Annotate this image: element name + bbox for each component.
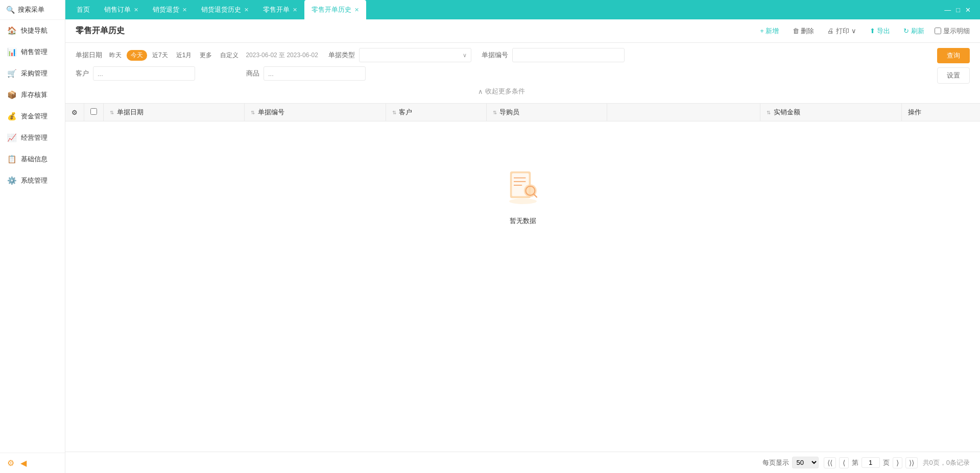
maximize-button[interactable]: □	[956, 6, 960, 14]
doc-type-field: 单据类型 ∨	[328, 48, 471, 62]
customer-field: 客户	[76, 66, 195, 81]
tab-sales-order-label: 销售订单	[104, 5, 131, 14]
page-number-input[interactable]	[862, 457, 880, 468]
th-settings[interactable]: ⚙	[65, 104, 84, 121]
chevron-up-icon: ∧	[478, 88, 483, 95]
th-customer[interactable]: ⇅ 客户	[386, 104, 486, 121]
collapse-row[interactable]: ∧ 收起更多条件	[76, 85, 927, 98]
th-checkbox[interactable]	[84, 104, 104, 121]
date-1month-btn[interactable]: 近1月	[173, 50, 195, 61]
sidebar-item-label: 基础信息	[21, 155, 47, 164]
sidebar-item-label: 系统管理	[21, 176, 47, 185]
tab-sales-order[interactable]: 销售订单 ✕	[97, 0, 146, 19]
search-btn-group: 查询 设置	[937, 48, 970, 84]
last-page-button[interactable]: ⟩⟩	[905, 457, 918, 468]
select-all-checkbox[interactable]	[90, 108, 97, 115]
page-label: 第	[852, 458, 858, 467]
sidebar-item-sys-mgmt[interactable]: ⚙️ 系统管理	[0, 170, 65, 191]
doc-no-label: 单据编号	[482, 51, 508, 60]
sidebar-item-operations[interactable]: 📈 经营管理	[0, 127, 65, 148]
operations-icon: 📈	[7, 133, 17, 142]
sys-icon: ⚙️	[7, 176, 17, 185]
per-page-select[interactable]: 50 100 200	[792, 457, 819, 468]
sidebar-menu: 🏠 快捷导航 📊 销售管理 🛒 采购管理 📦 库存核算 💰 资金管理 📈 经营管…	[0, 20, 65, 453]
tab-sales-return-history-label: 销货退货历史	[201, 5, 241, 14]
date-filter: 昨天 今天 近7天 近1月 更多 自定义 2023-06-02 至 2023-0…	[106, 50, 318, 61]
total-info: 共0页，0条记录	[923, 458, 970, 467]
tab-retail-open[interactable]: 零售开单 ✕	[256, 0, 304, 19]
main-area: 首页 销售订单 ✕ 销货退货 ✕ 销货退货历史 ✕ 零售开单 ✕ 零售开单历史 …	[65, 0, 980, 473]
first-page-button[interactable]: ⟨⟨	[824, 457, 836, 468]
pagination-bar: 每页显示 50 100 200 ⟨⟨ ⟨ 第 页 ⟩ ⟩⟩ 共0页，0条记录	[65, 452, 980, 473]
th-salesperson[interactable]: ⇅ 导购员	[486, 104, 607, 121]
settings-icon[interactable]: ⚙	[7, 458, 14, 468]
tab-sales-return-history-close[interactable]: ✕	[244, 7, 249, 13]
tab-home[interactable]: 首页	[69, 0, 97, 19]
tab-retail-history[interactable]: 零售开单历史 ✕	[304, 0, 366, 19]
query-button[interactable]: 查询	[937, 48, 970, 63]
sidebar-bottom: ⚙ ◀	[0, 453, 65, 473]
search-row-2: 客户 商品	[76, 66, 927, 81]
date-label: 单据日期	[76, 51, 102, 60]
add-button[interactable]: + 新增	[757, 24, 782, 38]
page-header: 零售开单历史 + 新增 🗑 删除 🖨 打印 ∨ ⬆ 导出 ↻ 刷新 显示明细	[65, 19, 980, 43]
prev-page-button[interactable]: ⟨	[839, 457, 849, 468]
tab-home-label: 首页	[77, 5, 90, 14]
tab-retail-open-label: 零售开单	[263, 5, 290, 14]
tab-sales-return[interactable]: 销货退货 ✕	[146, 0, 194, 19]
tab-retail-history-close[interactable]: ✕	[354, 7, 359, 13]
show-detail-checkbox[interactable]	[935, 28, 941, 34]
page-title: 零售开单历史	[76, 26, 125, 36]
sidebar-item-inventory[interactable]: 📦 库存核算	[0, 84, 65, 106]
goods-input[interactable]	[264, 66, 366, 81]
th-amount[interactable]: ⇅ 实销金额	[760, 104, 901, 121]
tab-retail-open-close[interactable]: ✕	[293, 7, 297, 13]
search-settings-button[interactable]: 设置	[937, 67, 970, 84]
customer-input[interactable]	[93, 66, 195, 81]
date-yesterday-btn[interactable]: 昨天	[106, 50, 125, 61]
header-actions: + 新增 🗑 删除 🖨 打印 ∨ ⬆ 导出 ↻ 刷新 显示明细	[757, 24, 970, 38]
export-button[interactable]: ⬆ 导出	[867, 24, 894, 38]
purchase-icon: 🛒	[7, 69, 17, 78]
show-detail-toggle[interactable]: 显示明细	[935, 27, 970, 36]
sidebar-item-base-info[interactable]: 📋 基础信息	[0, 148, 65, 170]
date-custom-btn[interactable]: 自定义	[217, 50, 242, 61]
minimize-button[interactable]: —	[944, 6, 951, 14]
sidebar-item-label: 经营管理	[21, 133, 47, 142]
data-table: ⚙ ⇅ 单据日期 ⇅ 单据编号 ⇅ 客户	[65, 104, 980, 266]
sidebar-item-quick-nav[interactable]: 🏠 快捷导航	[0, 20, 65, 41]
refresh-button[interactable]: ↻ 刷新	[900, 24, 927, 38]
print-label: 🖨 打印	[827, 27, 849, 36]
window-controls: — □ ✕	[939, 6, 976, 14]
tab-sales-order-close[interactable]: ✕	[134, 7, 138, 13]
th-date[interactable]: ⇅ 单据日期	[104, 104, 245, 121]
delete-button[interactable]: 🗑 删除	[790, 24, 818, 38]
page-controls: ⟨⟨ ⟨ 第 页 ⟩ ⟩⟩	[824, 457, 918, 468]
date-today-btn[interactable]: 今天	[127, 50, 147, 61]
table-settings-icon[interactable]: ⚙	[71, 109, 78, 116]
sort-icon: ⇅	[110, 110, 114, 115]
doc-no-input[interactable]	[512, 48, 625, 62]
tab-sales-return-label: 销货退货	[153, 5, 179, 14]
sidebar-item-sales-mgmt[interactable]: 📊 销售管理	[0, 41, 65, 63]
refresh-label: ↻ 刷新	[903, 27, 924, 36]
doc-type-select[interactable]: ∨	[359, 48, 471, 62]
date-7days-btn[interactable]: 近7天	[149, 50, 171, 61]
print-button[interactable]: 🖨 打印 ∨	[824, 24, 859, 38]
th-doc-no[interactable]: ⇅ 单据编号	[245, 104, 386, 121]
sort-icon: ⇅	[493, 110, 497, 115]
next-page-button[interactable]: ⟩	[893, 457, 902, 468]
tab-sales-return-history[interactable]: 销货退货历史 ✕	[194, 0, 256, 19]
per-page-label: 每页显示	[762, 458, 789, 467]
empty-text: 暂无数据	[510, 216, 536, 226]
doc-type-arrow-icon: ∨	[463, 52, 467, 59]
sidebar-item-finance[interactable]: 💰 资金管理	[0, 106, 65, 127]
sidebar-search[interactable]: 🔍 搜索采单	[0, 0, 65, 20]
sidebar-item-label: 采购管理	[21, 69, 47, 78]
tab-sales-return-close[interactable]: ✕	[182, 7, 187, 13]
close-window-button[interactable]: ✕	[965, 6, 971, 14]
goods-label: 商品	[246, 69, 259, 78]
date-more-btn[interactable]: 更多	[197, 50, 215, 61]
collapse-sidebar-icon[interactable]: ◀	[20, 458, 27, 468]
sidebar-item-purchase-mgmt[interactable]: 🛒 采购管理	[0, 63, 65, 84]
